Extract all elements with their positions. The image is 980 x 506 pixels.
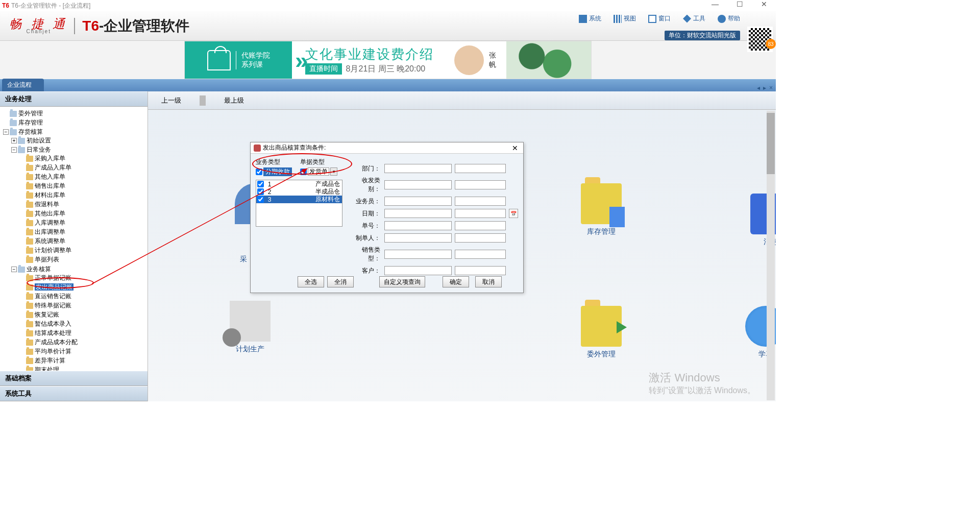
input-rs-to[interactable] bbox=[455, 180, 506, 189]
tree-fake-return[interactable]: 假退料单 bbox=[35, 201, 59, 208]
tab-enterprise-flow[interactable]: 企业流程 bbox=[2, 79, 44, 91]
tab-close[interactable]: × bbox=[769, 84, 773, 91]
tree-other-in[interactable]: 其他入库单 bbox=[35, 173, 65, 180]
input-docno-to[interactable] bbox=[455, 221, 506, 230]
tree-finished-in[interactable]: 产成品入库单 bbox=[35, 164, 71, 171]
tab-prev[interactable]: ◂ bbox=[757, 84, 760, 91]
tree-stock-costing[interactable]: 存货核算 bbox=[18, 128, 43, 135]
warehouse-list[interactable]: 1产成品仓 2半成品仓 3原材料仓 bbox=[256, 180, 342, 227]
card-outsource[interactable]: 委外管理 bbox=[581, 306, 622, 359]
file-icon bbox=[26, 174, 33, 180]
folder-icon bbox=[10, 111, 17, 117]
tree-finished-cost-alloc[interactable]: 产成品成本分配 bbox=[35, 339, 78, 346]
nav-tree[interactable]: 委外管理 库存管理 −存货核算 +初始设置 −日常业务 采购入库单 产成品入库单… bbox=[0, 107, 148, 371]
menu-tools[interactable]: 工具 bbox=[683, 14, 705, 23]
input-cust-from[interactable] bbox=[384, 266, 452, 275]
input-date-from[interactable] bbox=[384, 209, 452, 218]
sidebar-section-sys[interactable]: 系统工具 bbox=[0, 386, 148, 401]
tree-in-adjust[interactable]: 入库调整单 bbox=[35, 219, 65, 226]
tree-avg-price-calc[interactable]: 平均单价计算 bbox=[35, 348, 71, 355]
input-dept-to[interactable] bbox=[455, 164, 506, 173]
tree-est-cost-entry[interactable]: 暂估成本录入 bbox=[35, 320, 71, 327]
expand-toggle[interactable]: + bbox=[11, 138, 17, 143]
select-all-button[interactable]: 全选 bbox=[298, 276, 324, 287]
breadcrumb-top[interactable]: 最上级 bbox=[221, 96, 247, 105]
system-icon bbox=[579, 15, 587, 23]
tree-other-out[interactable]: 其他出库单 bbox=[35, 210, 65, 217]
tree-biz-costing[interactable]: 业务核算 bbox=[27, 266, 51, 273]
tree-init-setup[interactable]: 初始设置 bbox=[27, 137, 51, 144]
input-sales-from[interactable] bbox=[384, 197, 452, 206]
input-maker-to[interactable] bbox=[455, 233, 506, 243]
business-type-value[interactable]: 分期收款 bbox=[263, 167, 292, 176]
card-inventory[interactable]: 库存管理 bbox=[581, 183, 622, 236]
warehouse-checkbox[interactable] bbox=[257, 181, 264, 187]
warehouse-checkbox[interactable] bbox=[257, 196, 264, 203]
select-none-button[interactable]: 全消 bbox=[327, 276, 354, 287]
file-icon bbox=[26, 257, 33, 263]
doc-type-checkbox[interactable] bbox=[300, 168, 307, 175]
menu-view[interactable]: 视图 bbox=[614, 14, 636, 23]
warehouse-row-selected[interactable]: 3原材料仓 bbox=[256, 196, 342, 203]
cancel-button[interactable]: 取消 bbox=[475, 276, 502, 287]
tree-diff-rate-calc[interactable]: 差异率计算 bbox=[35, 357, 65, 364]
input-docno-from[interactable] bbox=[384, 221, 452, 230]
tree-planprice-adjust[interactable]: 计划价调整单 bbox=[35, 247, 71, 254]
tree-inventory-mgmt[interactable]: 库存管理 bbox=[18, 119, 43, 126]
calendar-button[interactable]: 📅 bbox=[509, 209, 518, 218]
collapse-toggle[interactable]: − bbox=[11, 267, 17, 272]
tree-daily-biz[interactable]: 日常业务 bbox=[27, 146, 51, 153]
doc-type-dropdown-button[interactable]: ▾ bbox=[330, 167, 337, 176]
tree-outsource-mgmt[interactable]: 委外管理 bbox=[18, 110, 43, 117]
tab-next[interactable]: ▸ bbox=[763, 84, 766, 91]
tree-settle-cost[interactable]: 结算成本处理 bbox=[35, 329, 71, 336]
tree-sys-adjust[interactable]: 系统调整单 bbox=[35, 237, 65, 245]
input-sales-to[interactable] bbox=[455, 197, 506, 206]
business-type-checkbox[interactable] bbox=[256, 168, 262, 175]
menu-system[interactable]: 系统 bbox=[579, 14, 601, 23]
input-cust-to[interactable] bbox=[455, 266, 506, 275]
tools-icon bbox=[683, 15, 691, 23]
sidebar-section-business[interactable]: 业务处理 bbox=[0, 91, 148, 107]
sidebar-section-base[interactable]: 基础档案 bbox=[0, 371, 148, 386]
tree-purchase-in[interactable]: 采购入库单 bbox=[35, 155, 65, 162]
custom-query-button[interactable]: 自定义项查询 bbox=[379, 276, 425, 287]
input-maker-from[interactable] bbox=[384, 233, 452, 243]
tree-issued-goods-posting[interactable]: 发出商品记账 bbox=[35, 283, 74, 291]
dialog-close-button[interactable]: ✕ bbox=[510, 144, 520, 152]
card-purchase[interactable]: 采 bbox=[240, 255, 247, 264]
tree-special-posting[interactable]: 特殊单据记账 bbox=[35, 302, 71, 309]
collapse-toggle[interactable]: − bbox=[11, 147, 17, 153]
card-plan-production[interactable]: 计划生产 bbox=[230, 301, 271, 354]
tree-out-adjust[interactable]: 出库调整单 bbox=[35, 228, 65, 235]
input-dept-from[interactable] bbox=[384, 164, 452, 173]
tree-direct-sales-posting[interactable]: 直运销售记账 bbox=[35, 293, 71, 300]
menu-help[interactable]: 帮助 bbox=[718, 14, 740, 23]
tree-period-end[interactable]: 期末处理 bbox=[35, 366, 59, 371]
tree-sales-out[interactable]: 销售出库单 bbox=[35, 182, 65, 189]
tree-material-out[interactable]: 材料出库单 bbox=[35, 191, 65, 199]
maximize-button[interactable]: ☐ bbox=[732, 0, 747, 8]
warehouse-checkbox[interactable] bbox=[257, 188, 264, 195]
file-icon bbox=[26, 367, 33, 371]
collapse-toggle[interactable]: − bbox=[3, 129, 9, 135]
banner[interactable]: 代账学院 系列课 » 文化事业建设费介绍 直播时间 8月21日 周三 晚20:0… bbox=[184, 41, 592, 79]
tree-undo-posting[interactable]: 恢复记账 bbox=[35, 311, 59, 318]
input-saletype-from[interactable] bbox=[384, 250, 452, 259]
tree-doc-list[interactable]: 单据列表 bbox=[35, 256, 59, 263]
input-rs-from[interactable] bbox=[384, 180, 452, 189]
breadcrumb-up[interactable]: 上一级 bbox=[158, 96, 184, 105]
close-button[interactable]: ✕ bbox=[756, 0, 772, 8]
warehouse-row[interactable]: 2半成品仓 bbox=[256, 188, 342, 196]
doc-type-value[interactable]: 发货单 bbox=[308, 167, 329, 176]
input-saletype-to[interactable] bbox=[455, 250, 506, 259]
dialog-titlebar[interactable]: 发出商品核算查询条件: ✕ bbox=[251, 142, 523, 154]
ok-button[interactable]: 确定 bbox=[443, 276, 469, 287]
tree-normal-posting[interactable]: 正常单据记账 bbox=[35, 274, 71, 281]
menu-window[interactable]: 窗口 bbox=[648, 14, 671, 23]
input-date-to[interactable] bbox=[455, 209, 506, 218]
vertical-scrollbar[interactable] bbox=[767, 111, 775, 400]
warehouse-row[interactable]: 1产成品仓 bbox=[256, 180, 342, 188]
scrollbar-thumb[interactable] bbox=[767, 113, 775, 174]
minimize-button[interactable]: — bbox=[707, 0, 723, 8]
